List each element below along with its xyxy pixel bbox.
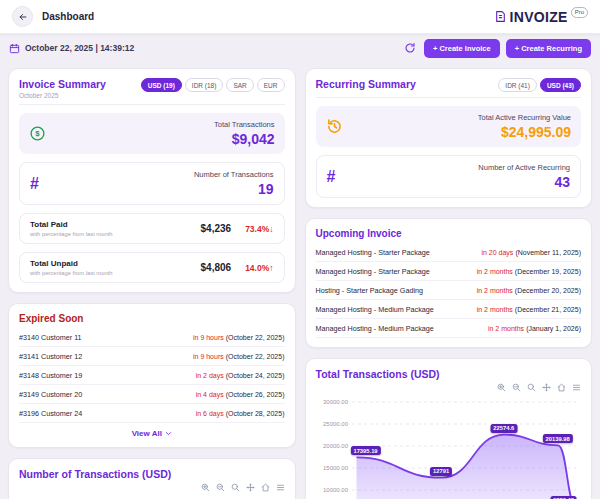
svg-text:20000.00: 20000.00: [322, 443, 348, 449]
top-bar: Dashboard INVOIZE Pro: [0, 0, 600, 34]
pan-icon[interactable]: [542, 383, 551, 392]
upcoming-item[interactable]: Managed Hosting - Medium Package in 2 mo…: [316, 319, 582, 338]
total-paid-change: 73.4%↓: [245, 224, 273, 234]
total-paid-label: Total Paid: [30, 220, 112, 229]
invoice-document-icon: [494, 10, 507, 23]
expired-soon-card: Expired Soon #3140 Customer 11 in 9 hour…: [8, 303, 296, 448]
currency-tab-usd[interactable]: USD (19): [141, 78, 182, 92]
recurring-tab-usd[interactable]: USD (43): [540, 78, 581, 92]
expired-item[interactable]: #3141 Customer 12 in 9 hours(October 22,…: [19, 347, 285, 366]
arrow-up-icon: ↑: [269, 263, 273, 273]
metric-value: 43: [478, 174, 570, 190]
zoom-in-icon[interactable]: [497, 383, 506, 392]
total-transactions-chart-card: Total Transactions (USD) 30000.0025000.0…: [305, 358, 593, 499]
svg-text:$: $: [35, 129, 40, 138]
zoom-in-icon[interactable]: [201, 483, 210, 492]
upcoming-invoice-title: Upcoming Invoice: [316, 228, 582, 239]
metric-value: $9,042: [214, 131, 274, 147]
number-of-transactions-metric: # Number of Transactions 19: [19, 162, 285, 205]
pan-icon[interactable]: [246, 483, 255, 492]
current-datetime: October 22, 2025 | 14:39:12: [25, 43, 134, 53]
upcoming-item[interactable]: Managed Hosting - Starter Package in 2 m…: [316, 262, 582, 281]
total-unpaid-row: Total Unpaid with percentage from last m…: [19, 252, 285, 283]
recurring-currency-tabs: IDR (41) USD (43): [498, 78, 581, 92]
upcoming-item[interactable]: Managed Hosting - Medium Package in 2 mo…: [316, 300, 582, 319]
total-unpaid-label: Total Unpaid: [30, 259, 112, 268]
invoice-summary-subtitle: October 2025: [19, 92, 106, 99]
metric-label: Number of Transactions: [194, 170, 274, 179]
selection-zoom-icon[interactable]: [527, 383, 536, 392]
logo-text: INVOIZE: [510, 10, 568, 24]
metric-value: $24,995.09: [478, 124, 571, 140]
create-invoice-button[interactable]: + Create Invoice: [424, 39, 500, 58]
view-all-button[interactable]: View All: [19, 429, 285, 438]
chart-toolbar: [19, 483, 285, 492]
transactions-count-chart-card: Number of Transactions (USD): [8, 458, 296, 499]
recurring-history-icon: [326, 118, 343, 135]
expired-item[interactable]: #3149 Customer 20 in 4 days(October 26, …: [19, 385, 285, 404]
page-title: Dashboard: [42, 11, 94, 22]
invoice-summary-title: Invoice Summary: [19, 78, 106, 90]
arrow-down-icon: ↓: [269, 224, 273, 234]
hash-icon: #: [30, 176, 39, 192]
total-transactions-metric: $ Total Transactions $9,042: [19, 113, 285, 154]
expired-soon-title: Expired Soon: [19, 313, 285, 324]
create-recurring-button[interactable]: + Create Recurring: [506, 39, 591, 58]
currency-tab-idr[interactable]: IDR (18): [185, 78, 224, 92]
chevron-down-icon: [165, 430, 172, 437]
app-logo: INVOIZE Pro: [494, 10, 588, 24]
total-unpaid-sublabel: with percentage from last month: [30, 270, 112, 276]
right-column: Recurring Summary IDR (41) USD (43) Tota…: [305, 68, 593, 499]
total-paid-amount: $4,236: [201, 223, 232, 234]
recurring-summary-card: Recurring Summary IDR (41) USD (43) Tota…: [305, 68, 593, 208]
total-unpaid-amount: $4,806: [201, 262, 232, 273]
selection-zoom-icon[interactable]: [231, 483, 240, 492]
reset-zoom-home-icon[interactable]: [557, 383, 566, 392]
chart-toolbar: [316, 383, 582, 392]
date-toolbar: October 22, 2025 | 14:39:12 + Create Inv…: [0, 34, 600, 62]
zoom-out-icon[interactable]: [512, 383, 521, 392]
total-transactions-plot[interactable]: 30000.0025000.0020000.0015000.0010000.00…: [316, 396, 582, 499]
recurring-tab-idr[interactable]: IDR (41): [498, 78, 537, 92]
back-button[interactable]: [12, 6, 33, 27]
data-point-label: 17395.19: [350, 446, 380, 455]
expired-item[interactable]: #3148 Customer 19 in 2 days(October 24, …: [19, 366, 285, 385]
chart-menu-icon[interactable]: [276, 483, 285, 492]
expired-item[interactable]: #3196 Customer 24 in 6 days(October 28, …: [19, 404, 285, 423]
data-point-label: 6236.42: [550, 496, 577, 499]
total-transactions-chart-title: Total Transactions (USD): [316, 368, 582, 380]
recurring-summary-header: Recurring Summary IDR (41) USD (43): [316, 78, 582, 98]
recurring-value-metric: Total Active Recurring Value $24,995.09: [316, 106, 582, 147]
upcoming-item[interactable]: Hosting - Starter Package Gading in 2 mo…: [316, 281, 582, 300]
total-paid-row: Total Paid with percentage from last mon…: [19, 213, 285, 244]
expired-item[interactable]: #3140 Customer 11 in 9 hours(October 22,…: [19, 328, 285, 347]
metric-label: Total Transactions: [214, 120, 274, 129]
hash-icon: #: [327, 169, 336, 185]
zoom-out-icon[interactable]: [216, 483, 225, 492]
total-paid-sublabel: with percentage from last month: [30, 231, 112, 237]
recurring-summary-title: Recurring Summary: [316, 78, 416, 90]
currency-tab-sar[interactable]: SAR: [226, 78, 253, 92]
left-column: Invoice Summary October 2025 USD (19) ID…: [8, 68, 296, 499]
refresh-button[interactable]: [402, 40, 418, 56]
svg-text:30000.00: 30000.00: [322, 399, 348, 405]
metric-label: Number of Active Recurring: [478, 163, 570, 172]
dashboard-grid: Invoice Summary October 2025 USD (19) ID…: [0, 62, 600, 499]
upcoming-item[interactable]: Managed Hosting - Starter Package in 20 …: [316, 243, 582, 262]
invoice-summary-header: Invoice Summary October 2025 USD (19) ID…: [19, 78, 285, 105]
data-point-label: 20139.98: [542, 434, 572, 443]
refresh-icon: [404, 42, 416, 54]
metric-value: 19: [194, 181, 274, 197]
data-point-label: 12791: [430, 467, 452, 476]
back-arrow-icon: [18, 12, 28, 22]
svg-text:10000.00: 10000.00: [322, 487, 348, 493]
invoice-summary-card: Invoice Summary October 2025 USD (19) ID…: [8, 68, 296, 293]
reset-zoom-home-icon[interactable]: [261, 483, 270, 492]
calendar-icon: [9, 43, 20, 54]
transactions-count-chart-title: Number of Transactions (USD): [19, 468, 285, 480]
chart-menu-icon[interactable]: [572, 383, 581, 392]
data-point-label: 22574.6: [490, 424, 517, 433]
svg-text:25000.00: 25000.00: [322, 421, 348, 427]
svg-text:15000.00: 15000.00: [322, 465, 348, 471]
currency-tab-eur[interactable]: EUR: [257, 78, 285, 92]
